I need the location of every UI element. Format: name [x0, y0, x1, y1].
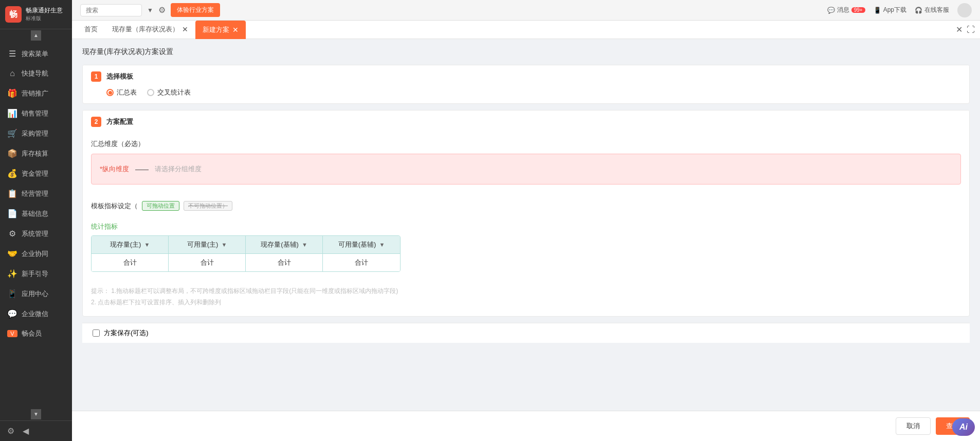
stats-section: 统计指标 现存量(主) ▼ 可用量(主) ▼ 现存量(基辅)	[83, 222, 969, 282]
newbie-icon: ✨	[7, 269, 17, 279]
user-avatar[interactable]	[957, 3, 972, 17]
dimension-placeholder[interactable]: 请选择分组维度	[155, 164, 202, 174]
cancel-button[interactable]: 取消	[896, 417, 931, 435]
sidebar-item-label: 快捷导航	[22, 69, 48, 78]
tab-inventory-close-icon[interactable]: ✕	[182, 25, 188, 33]
sidebar-item-newbie[interactable]: ✨ 新手引导	[0, 264, 72, 284]
sidebar-item-label: 采购管理	[22, 129, 48, 138]
industry-plan-button[interactable]: 体验行业方案	[171, 3, 220, 17]
stats-col-4-body: 合计	[323, 254, 400, 271]
system-icon: ⚙	[7, 229, 17, 238]
tip-1: 提示： 1.拖动标题栏可以调整布局，不可跨维度或指标区域拖动栏目字段(只能在同一…	[91, 286, 961, 297]
sidebar-item-sales[interactable]: 📊 销售管理	[0, 103, 72, 123]
messages-label: 消息	[837, 6, 849, 14]
stats-col-3-header[interactable]: 现存量(基辅) ▼	[246, 236, 323, 253]
tab-home-label: 首页	[84, 25, 98, 34]
non-draggable-badge: 不可拖动位置）	[184, 201, 232, 211]
ai-badge[interactable]: Ai	[952, 418, 975, 436]
stats-col-4-header[interactable]: 可用量(基辅) ▼	[323, 236, 400, 253]
search-input[interactable]	[80, 4, 142, 16]
sidebar-item-label: 营销推广	[22, 89, 48, 98]
stats-col-3-body: 合计	[246, 254, 323, 271]
enterprise-icon: 🤝	[7, 249, 17, 259]
settings-icon[interactable]: ⚙	[7, 426, 14, 436]
step2-section: 2 方案配置 汇总维度（必选） *纵向维度 —— 请选择分组维度 模板指标设定（	[82, 110, 970, 317]
stats-col-1-body: 合计	[92, 254, 169, 271]
radio-summary-label: 汇总表	[117, 88, 137, 97]
sidebar-item-system[interactable]: ⚙ 系统管理	[0, 224, 72, 244]
content-area: 现存量(库存状况表)方案设置 1 选择模板 汇总表 交叉统计表 2	[72, 39, 980, 411]
tab-inventory-status-label: 现存量（库存状况表）	[112, 25, 179, 34]
radio-summary-table[interactable]: 汇总表	[106, 88, 137, 97]
sidebar-item-app-center[interactable]: 📱 应用中心	[0, 284, 72, 304]
stats-col-1-header[interactable]: 现存量(主) ▼	[92, 236, 169, 253]
app-download-item[interactable]: 📱 App下载	[874, 6, 906, 14]
indicator-label: 模板指标设定（ 可拖动位置 不可拖动位置）	[91, 201, 961, 211]
tab-close-button[interactable]: ✕	[956, 25, 963, 34]
app-download-icon: 📱	[874, 7, 881, 14]
finance-icon: 💰	[7, 169, 17, 178]
marketing-icon: 🎁	[7, 88, 17, 98]
headset-icon: 🎧	[915, 7, 922, 14]
required-mark: *纵向维度	[100, 164, 129, 174]
save-option: 方案保存(可选)	[82, 323, 970, 343]
logo-icon: 畅	[5, 6, 22, 23]
config-section: 汇总维度（必选） *纵向维度 —— 请选择分组维度	[83, 133, 969, 201]
sidebar-scroll-down[interactable]: ▼	[31, 409, 41, 419]
radio-summary-dot	[106, 89, 114, 96]
stats-col-3-label: 现存量(基辅)	[261, 240, 299, 249]
app-name: 畅康通好生意	[26, 7, 63, 15]
step1-title: 选择模板	[106, 72, 133, 81]
sidebar: 畅 畅康通好生意 标准版 ▲ ☰ 搜索菜单 ⌂ 快捷导航 🎁 营销推广 📊 销售…	[0, 0, 72, 441]
chevron-down-icon-3: ▼	[302, 242, 307, 248]
stats-col-2-body: 合计	[169, 254, 246, 271]
sidebar-item-finance[interactable]: 💰 资金管理	[0, 163, 72, 183]
sidebar-item-marketing[interactable]: 🎁 营销推广	[0, 83, 72, 103]
collapse-icon[interactable]: ◀	[23, 426, 29, 436]
dimension-box: *纵向维度 —— 请选择分组维度	[91, 154, 961, 185]
step1-header: 1 选择模板	[83, 65, 969, 88]
sidebar-item-inventory[interactable]: 📦 库存核算	[0, 143, 72, 163]
page-title: 现存量(库存状况表)方案设置	[82, 47, 970, 57]
sidebar-item-search-menu[interactable]: ☰ 搜索菜单	[0, 44, 72, 64]
tab-expand-button[interactable]: ⛶	[967, 25, 975, 34]
sidebar-item-enterprise-wechat[interactable]: 💬 企业微信	[0, 304, 72, 324]
sidebar-item-purchase[interactable]: 🛒 采购管理	[0, 123, 72, 143]
stats-title: 统计指标	[91, 222, 961, 231]
tips-section: 提示： 1.拖动标题栏可以调整布局，不可跨维度或指标区域拖动栏目字段(只能在同一…	[83, 282, 969, 316]
sidebar-scroll-up[interactable]: ▲	[31, 30, 41, 41]
radio-cross-table[interactable]: 交叉统计表	[147, 88, 191, 97]
tab-new-plan-close-icon[interactable]: ✕	[232, 26, 239, 34]
tab-new-plan[interactable]: 新建方案 ✕	[195, 21, 246, 39]
online-service-item[interactable]: 🎧 在线客服	[915, 6, 949, 14]
bottom-bar: 取消 查询	[72, 411, 980, 441]
sidebar-item-label: 资金管理	[22, 169, 48, 178]
quick-nav-icon: ⌂	[7, 69, 17, 78]
dimension-separator: ——	[135, 166, 149, 173]
sidebar-footer: ⚙ ◀	[0, 420, 72, 441]
save-checkbox[interactable]	[93, 329, 100, 337]
template-options: 汇总表 交叉统计表	[83, 88, 969, 103]
sidebar-item-member[interactable]: V 畅会员	[0, 324, 72, 343]
app-download-label: App下载	[883, 6, 906, 14]
step2-badge: 2	[91, 117, 101, 127]
sidebar-nav: ☰ 搜索菜单 ⌂ 快捷导航 🎁 营销推广 📊 销售管理 🛒 采购管理 📦 库存核…	[0, 42, 72, 408]
save-option-label: 方案保存(可选)	[104, 328, 149, 338]
indicator-settings: 模板指标设定（ 可拖动位置 不可拖动位置）	[83, 201, 969, 222]
topbar-gear-icon[interactable]: ⚙	[158, 5, 166, 15]
member-icon: V	[7, 330, 17, 337]
sidebar-item-enterprise[interactable]: 🤝 企业协同	[0, 244, 72, 264]
basic-info-icon: 📄	[7, 209, 17, 218]
topbar-dropdown[interactable]: ▼	[147, 7, 153, 14]
main-wrapper: ▼ ⚙ 体验行业方案 💬 消息 99+ 📱 App下载 🎧 在线客服 首页	[72, 0, 980, 441]
sidebar-item-quick-nav[interactable]: ⌂ 快捷导航	[0, 64, 72, 83]
step1-badge: 1	[91, 71, 101, 82]
app-version: 标准版	[26, 15, 63, 22]
sidebar-item-basic-info[interactable]: 📄 基础信息	[0, 204, 72, 224]
stats-col-2-header[interactable]: 可用量(主) ▼	[169, 236, 246, 253]
messages-item[interactable]: 💬 消息 99+	[827, 6, 865, 14]
tab-inventory-status[interactable]: 现存量（库存状况表） ✕	[105, 21, 195, 39]
tab-home[interactable]: 首页	[77, 21, 105, 39]
sidebar-item-operations[interactable]: 📋 经营管理	[0, 183, 72, 204]
step1-section: 1 选择模板 汇总表 交叉统计表	[82, 65, 970, 104]
